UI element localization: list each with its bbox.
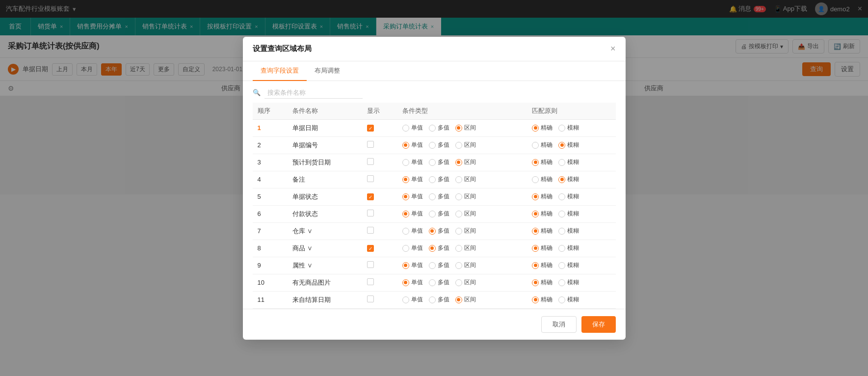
- table-row: 5单据状态✓单值多值区间精确模糊: [253, 188, 616, 194]
- type-range-radio[interactable]: 区间: [455, 175, 476, 184]
- row-type: 单值多值区间: [397, 188, 527, 194]
- row-display[interactable]: [362, 136, 397, 154]
- display-checkbox[interactable]: ✓: [367, 193, 374, 194]
- col-order: 顺序: [253, 103, 288, 120]
- type-multi-radio[interactable]: 多值: [429, 175, 449, 184]
- match-exact-radio[interactable]: 精确: [532, 158, 552, 166]
- table-head: 顺序 条件名称 显示 条件类型 匹配原则: [253, 103, 616, 120]
- type-single-radio-dot: [402, 159, 409, 166]
- row-type: 单值多值区间: [397, 171, 527, 188]
- type-range-radio-dot: [455, 125, 462, 132]
- table-body: 1单据日期✓单值多值区间精确模糊2单据编号单值多值区间精确模糊3预计到货日期单值…: [253, 119, 616, 194]
- type-single-radio-dot: [402, 193, 409, 195]
- type-multi-radio[interactable]: 多值: [429, 124, 449, 132]
- tab-layout-adjust[interactable]: 布局调整: [307, 61, 348, 81]
- row-match: 精确模糊: [527, 119, 615, 136]
- row-display[interactable]: ✓: [362, 188, 397, 194]
- type-multi-radio-label: 多值: [438, 158, 449, 166]
- type-range-radio[interactable]: 区间: [455, 124, 476, 132]
- match-fuzzy-radio[interactable]: 模糊: [558, 158, 579, 166]
- tab-field-settings-label: 查询字段设置: [261, 67, 299, 74]
- dialog-header: 设置查询区域布局 ×: [243, 37, 626, 61]
- display-checkbox[interactable]: [367, 158, 374, 165]
- match-exact-radio-label: 精确: [541, 192, 552, 194]
- row-type: 单值多值区间: [397, 136, 527, 154]
- type-range-radio[interactable]: 区间: [455, 158, 476, 166]
- row-type: 单值多值区间: [397, 154, 527, 171]
- match-fuzzy-radio[interactable]: 模糊: [558, 175, 579, 184]
- type-multi-radio-dot: [429, 193, 436, 195]
- type-single-radio[interactable]: 单值: [402, 192, 423, 194]
- match-fuzzy-radio-dot: [558, 193, 565, 195]
- dialog-table-wrap: 顺序 条件名称 显示 条件类型 匹配原则 1单据日期✓单值多值区间精确模糊2单据…: [243, 103, 626, 195]
- search-input[interactable]: [264, 87, 363, 99]
- dialog-search-area: 🔍: [243, 81, 626, 103]
- display-checkbox[interactable]: ✓: [367, 125, 374, 132]
- match-exact-radio[interactable]: 精确: [532, 175, 552, 184]
- table-row: 4备注单值多值区间精确模糊: [253, 171, 616, 188]
- match-fuzzy-radio[interactable]: 模糊: [558, 192, 579, 194]
- display-checkbox[interactable]: [367, 141, 374, 148]
- type-range-radio[interactable]: 区间: [455, 141, 476, 149]
- row-name: 单据编号: [288, 136, 362, 154]
- match-exact-radio-dot: [532, 125, 539, 132]
- type-range-radio[interactable]: 区间: [455, 192, 476, 194]
- type-single-radio-dot: [402, 125, 409, 132]
- match-exact-radio[interactable]: 精确: [532, 192, 552, 194]
- match-exact-radio-label: 精确: [541, 158, 552, 166]
- type-range-radio-dot: [455, 159, 462, 166]
- match-exact-radio-label: 精确: [541, 124, 552, 132]
- type-single-radio-label: 单值: [411, 124, 423, 132]
- type-multi-radio-dot: [429, 125, 436, 132]
- row-order: 5: [253, 188, 288, 194]
- type-single-radio[interactable]: 单值: [402, 175, 423, 184]
- type-range-radio-dot: [455, 193, 462, 195]
- col-type: 条件类型: [397, 103, 527, 120]
- row-match: 精确模糊: [527, 188, 615, 194]
- row-name: 预计到货日期: [288, 154, 362, 171]
- type-single-radio-label: 单值: [411, 175, 423, 184]
- row-order: 1: [253, 119, 288, 136]
- row-name: 单据日期: [288, 119, 362, 136]
- dialog-title: 设置查询区域布局: [253, 44, 312, 54]
- type-range-radio-dot: [455, 142, 462, 149]
- row-name: 备注: [288, 171, 362, 188]
- type-multi-radio-dot: [429, 159, 436, 166]
- match-fuzzy-radio[interactable]: 模糊: [558, 141, 579, 149]
- type-multi-radio-label: 多值: [438, 192, 449, 194]
- match-exact-radio-dot: [532, 142, 539, 149]
- match-exact-radio-label: 精确: [541, 141, 552, 149]
- row-name: 单据状态: [288, 188, 362, 194]
- match-fuzzy-radio-dot: [558, 142, 565, 149]
- type-single-radio[interactable]: 单值: [402, 158, 423, 166]
- search-icon: 🔍: [253, 89, 261, 96]
- match-exact-radio[interactable]: 精确: [532, 124, 552, 132]
- type-single-radio[interactable]: 单值: [402, 124, 423, 132]
- type-multi-radio[interactable]: 多值: [429, 158, 449, 166]
- col-match: 匹配原则: [527, 103, 615, 120]
- match-fuzzy-radio-label: 模糊: [567, 124, 579, 132]
- type-range-radio-label: 区间: [464, 175, 476, 184]
- match-fuzzy-radio[interactable]: 模糊: [558, 124, 579, 132]
- dialog-close-button[interactable]: ×: [610, 44, 616, 54]
- type-single-radio[interactable]: 单值: [402, 141, 423, 149]
- type-single-radio-dot: [402, 142, 409, 149]
- tab-layout-adjust-label: 布局调整: [315, 67, 340, 74]
- table-row: 1单据日期✓单值多值区间精确模糊: [253, 119, 616, 136]
- match-fuzzy-radio-dot: [558, 125, 565, 132]
- type-range-radio-label: 区间: [464, 192, 476, 194]
- row-display[interactable]: [362, 154, 397, 171]
- match-exact-radio-dot: [532, 193, 539, 195]
- col-display: 显示: [362, 103, 397, 120]
- type-single-radio-label: 单值: [411, 141, 423, 149]
- display-checkbox[interactable]: [367, 175, 374, 182]
- type-multi-radio[interactable]: 多值: [429, 192, 449, 194]
- match-exact-radio-dot: [532, 176, 539, 183]
- match-exact-radio[interactable]: 精确: [532, 141, 552, 149]
- row-display[interactable]: [362, 171, 397, 188]
- type-multi-radio[interactable]: 多值: [429, 141, 449, 149]
- tab-field-settings[interactable]: 查询字段设置: [253, 61, 307, 81]
- settings-dialog: 设置查询区域布局 × 查询字段设置 布局调整 🔍 顺序 条件名称: [243, 37, 626, 195]
- type-single-radio-label: 单值: [411, 192, 423, 194]
- row-display[interactable]: ✓: [362, 119, 397, 136]
